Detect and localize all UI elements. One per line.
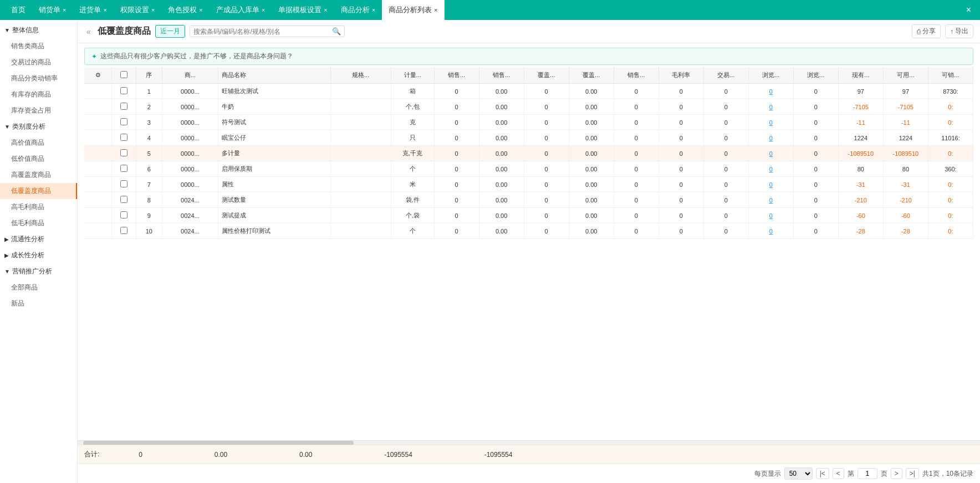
col-header-profit-rate[interactable]: 毛利率 bbox=[659, 67, 703, 84]
row-checkbox[interactable] bbox=[120, 211, 127, 218]
nav-sales-order[interactable]: 销货单 × bbox=[32, 0, 73, 20]
row-checkbox[interactable] bbox=[120, 87, 127, 94]
row-checkbox[interactable] bbox=[120, 134, 127, 141]
cell-check[interactable] bbox=[112, 146, 136, 161]
cell-browse1[interactable]: 0 bbox=[748, 223, 793, 239]
nav-home[interactable]: 首页 bbox=[4, 0, 32, 20]
page-number-input[interactable] bbox=[858, 468, 877, 479]
nav-permission[interactable]: 权限设置 × bbox=[114, 0, 161, 20]
nav-close-purchase[interactable]: × bbox=[103, 0, 106, 20]
nav-close-inbound[interactable]: × bbox=[262, 0, 265, 20]
row-checkbox[interactable] bbox=[120, 118, 127, 125]
sidebar-item-inventory-capital[interactable]: 库存资金占用 bbox=[0, 103, 77, 119]
sidebar-section-growth[interactable]: ▶ 成长性分析 bbox=[0, 247, 77, 263]
col-header-unit[interactable]: 计量... bbox=[391, 67, 434, 84]
sidebar-item-high-profit[interactable]: 高毛利商品 bbox=[0, 199, 77, 215]
prev-page-button[interactable]: < bbox=[833, 468, 844, 479]
col-header-browse2[interactable]: 浏览... bbox=[793, 67, 838, 84]
sidebar-item-low-profit[interactable]: 低毛利商品 bbox=[0, 215, 77, 231]
last-page-button[interactable]: >| bbox=[906, 468, 919, 479]
sidebar-item-new-products[interactable]: 新品 bbox=[0, 296, 77, 312]
col-header-sales-qty[interactable]: 销售... bbox=[434, 67, 479, 84]
cell-check[interactable] bbox=[112, 115, 136, 130]
cell-browse1[interactable]: 0 bbox=[748, 177, 793, 192]
sidebar-item-high-value[interactable]: 高价值商品 bbox=[0, 135, 77, 151]
cell-browse1[interactable]: 0 bbox=[748, 99, 793, 115]
sidebar-item-high-coverage[interactable]: 高覆盖度商品 bbox=[0, 167, 77, 183]
cell-browse1[interactable]: 0 bbox=[748, 146, 793, 161]
col-header-check[interactable] bbox=[112, 67, 136, 84]
nav-close-analysis-list[interactable]: × bbox=[434, 0, 437, 20]
row-checkbox[interactable] bbox=[120, 180, 127, 187]
nav-close-template[interactable]: × bbox=[324, 0, 327, 20]
cell-browse1[interactable]: 0 bbox=[748, 115, 793, 130]
cell-check[interactable] bbox=[112, 84, 136, 99]
sidebar-item-stocked[interactable]: 有库存的商品 bbox=[0, 87, 77, 103]
row-checkbox[interactable] bbox=[120, 165, 127, 172]
nav-role-auth[interactable]: 角色授权 × bbox=[161, 0, 209, 20]
row-checkbox[interactable] bbox=[120, 149, 127, 156]
nav-analysis-list[interactable]: 商品分析列表 × bbox=[382, 0, 444, 20]
col-header-trade[interactable]: 交易... bbox=[703, 67, 748, 84]
search-input[interactable] bbox=[193, 28, 332, 35]
sidebar-section-flow[interactable]: ▶ 流通性分析 bbox=[0, 231, 77, 247]
sidebar-item-low-value[interactable]: 低价值商品 bbox=[0, 151, 77, 167]
cell-browse1[interactable]: 0 bbox=[748, 130, 793, 146]
col-header-available[interactable]: 可用... bbox=[883, 67, 928, 84]
col-header-spec[interactable]: 规格... bbox=[330, 67, 391, 84]
nav-product-inbound[interactable]: 产成品入库单 × bbox=[210, 0, 272, 20]
horizontal-scrollbar[interactable] bbox=[78, 440, 980, 445]
row-checkbox[interactable] bbox=[120, 103, 127, 110]
sidebar-item-low-coverage[interactable]: 低覆盖度商品 bbox=[0, 183, 77, 199]
sidebar-item-traded-products[interactable]: 交易过的商品 bbox=[0, 54, 77, 70]
nav-close-permission[interactable]: × bbox=[151, 0, 155, 20]
col-header-current[interactable]: 现有... bbox=[838, 67, 883, 84]
sidebar-item-category-rate[interactable]: 商品分类动销率 bbox=[0, 70, 77, 87]
col-header-sales-amt[interactable]: 销售... bbox=[479, 67, 524, 84]
col-header-name[interactable]: 商品名称 bbox=[218, 67, 331, 84]
cell-browse1[interactable]: 0 bbox=[748, 192, 793, 208]
sidebar-section-overall[interactable]: ▼ 整体信息 bbox=[0, 22, 77, 38]
col-header-saleable[interactable]: 可销... bbox=[928, 67, 973, 84]
cell-check[interactable] bbox=[112, 223, 136, 239]
col-header-settings[interactable]: ⚙ bbox=[84, 67, 112, 84]
sidebar-section-marketing[interactable]: ▼ 营销推广分析 bbox=[0, 263, 77, 279]
cell-check[interactable] bbox=[112, 99, 136, 115]
nav-purchase-order[interactable]: 进货单 × bbox=[73, 0, 113, 20]
col-header-cover1[interactable]: 覆盖... bbox=[524, 67, 569, 84]
page-size-select[interactable]: 50 100 200 bbox=[784, 467, 813, 480]
row-checkbox[interactable] bbox=[120, 227, 127, 234]
nav-product-analysis[interactable]: 商品分析 × bbox=[334, 0, 382, 20]
cell-check[interactable] bbox=[112, 130, 136, 146]
cell-check[interactable] bbox=[112, 208, 136, 223]
close-all-button[interactable]: × bbox=[962, 5, 976, 15]
nav-close-sales[interactable]: × bbox=[63, 0, 66, 20]
nav-template-settings[interactable]: 单据模板设置 × bbox=[272, 0, 334, 20]
cell-check[interactable] bbox=[112, 161, 136, 177]
nav-close-analysis[interactable]: × bbox=[372, 0, 375, 20]
col-header-code[interactable]: 商... bbox=[162, 67, 218, 84]
cell-unit: 箱 bbox=[391, 84, 434, 99]
col-header-cover2[interactable]: 覆盖... bbox=[569, 67, 614, 84]
first-page-button[interactable]: |< bbox=[816, 468, 829, 479]
export-button[interactable]: ↑ 导出 bbox=[945, 24, 973, 38]
col-header-browse1[interactable]: 浏览... bbox=[748, 67, 793, 84]
col-header-sales3[interactable]: 销售... bbox=[614, 67, 659, 84]
row-checkbox[interactable] bbox=[120, 196, 127, 203]
sidebar-item-sales-products[interactable]: 销售类商品 bbox=[0, 38, 77, 54]
sidebar-collapse-button[interactable]: « bbox=[84, 26, 93, 37]
nav-close-role[interactable]: × bbox=[199, 0, 202, 20]
cell-profit-rate: 0 bbox=[659, 99, 703, 115]
cell-browse1[interactable]: 0 bbox=[748, 161, 793, 177]
cell-check[interactable] bbox=[112, 192, 136, 208]
sidebar-item-all-products[interactable]: 全部商品 bbox=[0, 279, 77, 296]
sidebar-section-category-analysis[interactable]: ▼ 类别度分析 bbox=[0, 119, 77, 135]
cell-check[interactable] bbox=[112, 177, 136, 192]
select-all-checkbox[interactable] bbox=[120, 71, 127, 78]
cell-browse1[interactable]: 0 bbox=[748, 84, 793, 99]
date-filter-button[interactable]: 近一月 bbox=[155, 25, 185, 38]
cell-browse1[interactable]: 0 bbox=[748, 208, 793, 223]
next-page-button[interactable]: > bbox=[891, 468, 902, 479]
share-button[interactable]: ⎙ 分享 bbox=[912, 24, 941, 38]
search-icon[interactable]: 🔍 bbox=[332, 27, 341, 35]
